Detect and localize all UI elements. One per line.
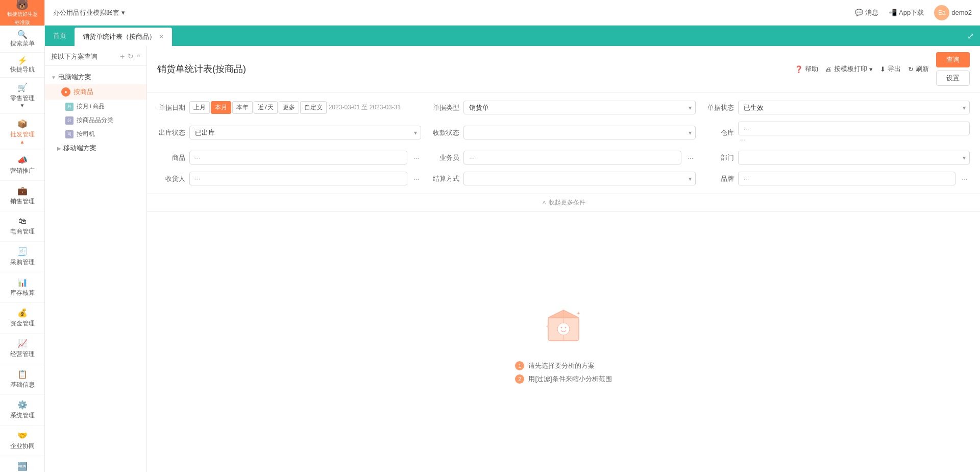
doc-status-select[interactable]: 已生效 [738, 101, 970, 114]
sidebar-item-operations[interactable]: 📈 经营管理 [0, 334, 44, 364]
sidebar-item-enterprise-coop[interactable]: 🤝 企业协同 [0, 426, 44, 456]
doc-type-select[interactable]: 销货单 [463, 101, 695, 114]
print-dropdown-icon: ▾ [869, 65, 873, 73]
date-btn-custom[interactable]: 自定义 [300, 101, 327, 114]
add-scheme-btn[interactable]: + [120, 52, 125, 61]
inventory-icon: 📊 [17, 277, 28, 287]
export-btn[interactable]: ⬇ 导出 [880, 64, 901, 74]
filter-row-4: 收货人 ··· 结算方式 [157, 172, 970, 185]
brand-dots-btn[interactable]: ··· [960, 175, 970, 183]
refresh-scheme-btn[interactable]: ↻ [128, 52, 134, 61]
out-status-select[interactable]: 已出库 [189, 126, 421, 139]
sidebar: 🐻 畅捷信好生意 标准版 🔍 搜索菜单 ⚡ 快捷导航 🛒 零售管理 ▼ 📦 批发… [0, 0, 45, 472]
sidebar-item-sales[interactable]: 💼 销售管理 [0, 181, 44, 211]
sidebar-item-finance[interactable]: 💰 资金管理 [0, 303, 44, 334]
date-btn-more[interactable]: 更多 [279, 101, 299, 114]
field-brand: 品牌 ··· [706, 172, 970, 185]
department-select[interactable] [738, 151, 970, 164]
collapse-bar[interactable]: ∧ 收起更多条件 [147, 194, 980, 211]
date-btn-this-year[interactable]: 本年 [232, 101, 253, 114]
sidebar-item-search-menu[interactable]: 🔍 搜索菜单 [0, 26, 44, 53]
content-area: 按以下方案查询 + ↻ « ▼ 电脑端方案 ● 按商品 [45, 46, 980, 472]
receiver-dots-btn[interactable]: ··· [411, 175, 422, 183]
tab-expand-btn[interactable]: ⤢ [961, 31, 980, 41]
brand-input[interactable] [738, 172, 956, 185]
tree-group-desktop-header[interactable]: ▼ 电脑端方案 [45, 70, 146, 84]
field-out-status: 出库状态 已出库 [157, 126, 421, 139]
product-dots-btn[interactable]: ··· [411, 154, 422, 162]
warehouse-control: ··· [738, 122, 970, 144]
payment-select[interactable] [463, 172, 695, 185]
salesperson-dots-btn[interactable]: ··· [685, 154, 696, 162]
sidebar-item-new-user[interactable]: 🆕 新手引导 [0, 456, 44, 472]
sidebar-item-basic-info[interactable]: 📋 基础信息 [0, 364, 44, 395]
settings-button[interactable]: 设置 [936, 70, 970, 86]
logo-text: 畅捷信好生意 [7, 11, 38, 18]
salesperson-label: 业务员 [431, 153, 459, 162]
warehouse-dots-btn[interactable]: ··· [738, 135, 748, 144]
download-icon: 📲 [889, 9, 897, 16]
date-btn-7days[interactable]: 近7天 [254, 101, 278, 114]
template-print-btn[interactable]: 🖨 按模板打印 ▾ [825, 64, 873, 74]
page-title-bar: 销货单统计表(按商品) ❓ 帮助 🖨 按模板打印 ▾ ⬇ 导出 [147, 46, 980, 92]
panel-header: 按以下方案查询 + ↻ « [45, 46, 146, 66]
logo-icon: 🐻 [16, 0, 29, 10]
sidebar-item-marketing[interactable]: 📣 营销推广 [0, 150, 44, 181]
sidebar-item-quick-nav[interactable]: ⚡ 快捷导航 [0, 53, 44, 78]
tab-sales-stat[interactable]: 销货单统计表（按商品） ✕ [75, 28, 172, 46]
tree-item-by-category[interactable]: 分 按商品品分类 [45, 113, 146, 127]
field-receiver: 收货人 ··· [157, 172, 421, 185]
tree-group-mobile[interactable]: ▶ 移动端方案 [45, 141, 146, 155]
field-salesperson: 业务员 ··· [431, 151, 695, 164]
sidebar-item-retail[interactable]: 🛒 零售管理 ▼ [0, 78, 44, 114]
tree-item-by-month-product[interactable]: 月 按月+商品 [45, 100, 146, 113]
warehouse-input[interactable] [738, 122, 970, 135]
date-btn-last-month[interactable]: 上月 [189, 101, 210, 114]
receiver-control [189, 172, 407, 185]
salesperson-input[interactable] [463, 151, 681, 164]
date-btn-this-month[interactable]: 本月 [211, 101, 231, 114]
field-warehouse: 仓库 ··· [706, 122, 970, 144]
user-avatar[interactable]: Ea demo2 [934, 5, 972, 20]
tree-group-desktop: ▼ 电脑端方案 ● 按商品 月 按月+商品 分 按商品品分类 [45, 70, 146, 141]
tab-bar: 首页 销货单统计表（按商品） ✕ ⤢ [45, 26, 980, 46]
sidebar-item-system[interactable]: ⚙️ 系统管理 [0, 395, 44, 426]
sidebar-item-inventory[interactable]: 📊 库存核算 [0, 272, 44, 303]
chevron-icon: ▼ [20, 103, 25, 108]
collapse-panel-btn[interactable]: « [137, 52, 140, 61]
tab-home[interactable]: 首页 [45, 26, 75, 46]
page-title: 销货单统计表(按商品) [157, 63, 246, 81]
field-collect-status: 收款状态 [431, 126, 695, 139]
message-btn[interactable]: 💬 消息 [855, 8, 878, 17]
sidebar-item-ecommerce[interactable]: 🛍 电商管理 [0, 211, 44, 242]
sidebar-item-wholesale[interactable]: 📦 批发管理 ▲ [0, 114, 44, 150]
query-button[interactable]: 查询 [936, 52, 970, 67]
payment-wrapper [463, 172, 695, 185]
empty-tip-1: 1 请先选择要分析的方案 [515, 361, 611, 370]
collect-status-select[interactable] [463, 126, 695, 139]
tree-sub-icon-driver: 司 [65, 130, 74, 138]
purchase-icon: 🧾 [17, 247, 28, 256]
tree-item-by-product[interactable]: ● 按商品 [45, 84, 146, 100]
tip-num-2: 2 [515, 374, 524, 384]
date-label: 单据日期 [157, 103, 185, 112]
logo-subtext: 标准版 [15, 19, 30, 26]
header-right: 💬 消息 📲 App下载 Ea demo2 [855, 5, 972, 20]
tab-close-btn[interactable]: ✕ [159, 33, 164, 40]
filter-row-1: 单据日期 上月 本月 本年 近7天 更多 自定义 2023-03-01 至 20… [157, 101, 970, 114]
product-control [189, 151, 407, 164]
operations-icon: 📈 [17, 339, 28, 348]
tree-mobile-expand-icon: ▶ [57, 146, 61, 151]
sidebar-item-purchase[interactable]: 🧾 采购管理 [0, 242, 44, 272]
help-btn[interactable]: ❓ 帮助 [795, 64, 818, 74]
product-input[interactable] [189, 151, 407, 164]
empty-tip-2: 2 用[过滤]条件来缩小分析范围 [515, 374, 611, 384]
receiver-input[interactable] [189, 172, 407, 185]
filter-form: 单据日期 上月 本月 本年 近7天 更多 自定义 2023-03-01 至 20… [147, 92, 980, 194]
app-download-btn[interactable]: 📲 App下载 [889, 8, 924, 17]
tree-item-by-driver[interactable]: 司 按司机 [45, 127, 146, 141]
refresh-btn[interactable]: ↻ 刷新 [908, 64, 929, 74]
top-header: 办公用品行业模拟账套 ▾ 💬 消息 📲 App下载 Ea demo2 [45, 0, 980, 26]
industry-selector[interactable]: 办公用品行业模拟账套 ▾ [53, 8, 125, 17]
industry-label: 办公用品行业模拟账套 [53, 8, 119, 17]
